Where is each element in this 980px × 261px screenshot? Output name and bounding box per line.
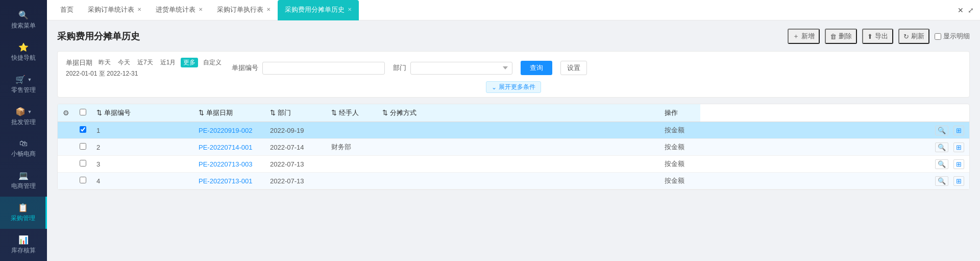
gear-icon[interactable]: ⚙ bbox=[63, 109, 69, 117]
close-icon[interactable]: ✕ bbox=[137, 7, 141, 12]
sidebar-item-mini-ecom[interactable]: 🛍 小畅电商 bbox=[0, 133, 47, 164]
sort-icon: ⇅ bbox=[331, 109, 337, 116]
row-dept bbox=[326, 156, 377, 173]
doc-no-link[interactable]: PE-20220919-002 bbox=[199, 127, 253, 134]
expand-more-button[interactable]: ⌄ 展开更多条件 bbox=[486, 81, 541, 93]
delete-icon: 🗑 bbox=[830, 33, 837, 40]
close-icon[interactable]: ✕ bbox=[199, 7, 203, 12]
tab-purchase-order-exec[interactable]: 采购订单执行表 ✕ bbox=[210, 0, 278, 20]
sidebar-item-purchase-mgmt[interactable]: 📋 采购管理 bbox=[0, 197, 47, 229]
sidebar-item-ecom-mgmt[interactable]: 💻 电商管理 bbox=[0, 164, 47, 197]
table-body: 1 PE-20220919-002 2022-09-19 按金额 🔍 ⊞ 2 P… bbox=[58, 122, 969, 189]
doc-no-link[interactable]: PE-20220713-001 bbox=[199, 177, 253, 185]
refresh-label: 刷新 bbox=[911, 32, 924, 41]
export-button[interactable]: ⬆ 导出 bbox=[862, 29, 893, 44]
retail-icon: 🛒 bbox=[15, 75, 26, 84]
sidebar-item-quick-nav[interactable]: ⭐ 快捷导航 bbox=[0, 36, 47, 68]
row-checkbox-cell bbox=[75, 139, 91, 156]
row-split-method: 按金额 bbox=[659, 139, 700, 156]
tab-home[interactable]: 首页 bbox=[53, 0, 81, 20]
row-num: 1 bbox=[91, 122, 193, 139]
row-num: 3 bbox=[91, 156, 193, 173]
display-columns-label: 显示明细 bbox=[943, 32, 970, 41]
row-checkbox[interactable] bbox=[80, 126, 86, 133]
dept-select[interactable] bbox=[410, 62, 512, 75]
col-dept-header: ⇅ 部门 bbox=[265, 104, 326, 122]
tab-purchase-order-stats[interactable]: 采购订单统计表 ✕ bbox=[81, 0, 149, 20]
detail-icon[interactable]: ⊞ bbox=[953, 159, 964, 169]
date-opt-7days[interactable]: 近7天 bbox=[135, 58, 155, 67]
tab-label: 采购订单执行表 bbox=[217, 5, 263, 14]
close-icon[interactable]: ✕ bbox=[266, 7, 271, 12]
date-range-display: 2022-01-01 至 2022-12-31 bbox=[66, 69, 224, 78]
date-opt-more[interactable]: 更多 bbox=[181, 58, 198, 67]
close-icon[interactable]: ✕ bbox=[348, 7, 352, 12]
row-num: 2 bbox=[91, 139, 193, 156]
tab-bar: 首页 采购订单统计表 ✕ 进货单统计表 ✕ 采购订单执行表 ✕ 采购费用分摊单历… bbox=[47, 0, 980, 20]
table-row: 3 PE-20220713-003 2022-07-13 按金额 🔍 ⊞ bbox=[58, 156, 969, 173]
row-gear-cell bbox=[58, 122, 75, 139]
table-row: 1 PE-20220919-002 2022-09-19 按金额 🔍 ⊞ bbox=[58, 122, 969, 139]
tab-incoming-stats[interactable]: 进货单统计表 ✕ bbox=[149, 0, 210, 20]
sort-icon: ⇅ bbox=[96, 109, 102, 116]
row-dept bbox=[326, 173, 377, 189]
table-row: 2 PE-20220714-001 2022-07-14 财务部 按金额 🔍 ⊞ bbox=[58, 139, 969, 156]
detail-icon[interactable]: ⊞ bbox=[953, 143, 964, 152]
row-doc-no: PE-20220919-002 bbox=[193, 122, 265, 139]
inventory-icon: 📊 bbox=[18, 235, 29, 245]
row-checkbox[interactable] bbox=[80, 143, 86, 150]
sidebar-item-label: 快捷导航 bbox=[11, 54, 36, 62]
query-button[interactable]: 查询 bbox=[521, 61, 552, 75]
sidebar-item-label: 零售管理 bbox=[11, 86, 36, 94]
row-dept: 财务部 bbox=[326, 139, 377, 156]
sidebar-item-inventory[interactable]: 📊 库存核算 bbox=[0, 229, 47, 261]
tab-bar-right: ✕ ⤢ bbox=[958, 6, 974, 14]
sort-icon: ⇅ bbox=[270, 109, 276, 116]
row-gear-cell bbox=[58, 173, 75, 189]
page-header: 采购费用分摊单历史 ＋ 新增 🗑 删除 ⬆ 导出 ↻ 刷新 bbox=[57, 29, 970, 44]
close-all-tabs-icon[interactable]: ✕ bbox=[958, 6, 964, 14]
doc-no-link[interactable]: PE-20220714-001 bbox=[199, 144, 253, 151]
row-checkbox-cell bbox=[75, 156, 91, 173]
row-checkbox[interactable] bbox=[80, 177, 86, 183]
refresh-button[interactable]: ↻ 刷新 bbox=[898, 29, 929, 44]
add-button[interactable]: ＋ 新增 bbox=[788, 29, 820, 44]
filter-row: 单据日期 昨天 今天 近7天 近1月 更多 自定义 2022-01-01 至 2… bbox=[66, 58, 961, 78]
view-icon[interactable]: 🔍 bbox=[935, 143, 948, 152]
add-label: 新增 bbox=[801, 32, 815, 41]
sidebar: 🔍 搜索菜单 ⭐ 快捷导航 🛒 ▼ 零售管理 📦 ▼ 批发管理 🛍 小畅电商 💻… bbox=[0, 0, 47, 261]
row-gear-cell bbox=[58, 156, 75, 173]
view-icon[interactable]: 🔍 bbox=[935, 176, 948, 186]
display-columns-input[interactable] bbox=[935, 33, 941, 40]
dept-label: 部门 bbox=[393, 63, 406, 73]
sidebar-item-retail-mgmt[interactable]: 🛒 ▼ 零售管理 bbox=[0, 68, 47, 101]
page-title: 采购费用分摊单历史 bbox=[57, 30, 140, 42]
settings-button[interactable]: 设置 bbox=[560, 61, 587, 75]
date-filter-group: 单据日期 昨天 今天 近7天 近1月 更多 自定义 2022-01-01 至 2… bbox=[66, 58, 224, 78]
date-options: 昨天 今天 近7天 近1月 更多 自定义 bbox=[96, 58, 224, 67]
row-doc-no: PE-20220714-001 bbox=[193, 139, 265, 156]
page-content: 采购费用分摊单历史 ＋ 新增 🗑 删除 ⬆ 导出 ↻ 刷新 bbox=[47, 20, 980, 261]
tab-purchase-cost-history[interactable]: 采购费用分摊单历史 ✕ bbox=[278, 0, 359, 20]
view-icon[interactable]: 🔍 bbox=[935, 126, 948, 135]
row-doc-date: 2022-09-19 bbox=[265, 122, 326, 139]
view-icon[interactable]: 🔍 bbox=[935, 159, 948, 169]
display-columns-checkbox[interactable]: 显示明细 bbox=[935, 32, 970, 41]
date-opt-custom[interactable]: 自定义 bbox=[201, 58, 224, 67]
select-all-checkbox[interactable] bbox=[80, 109, 86, 115]
date-opt-yesterday[interactable]: 昨天 bbox=[96, 58, 113, 67]
col-gear: ⚙ bbox=[58, 104, 75, 122]
detail-icon[interactable]: ⊞ bbox=[953, 126, 964, 135]
delete-button[interactable]: 🗑 删除 bbox=[825, 29, 857, 44]
doc-no-link[interactable]: PE-20220713-003 bbox=[199, 160, 253, 168]
wholesale-icon: 📦 bbox=[15, 107, 26, 116]
expand-window-icon[interactable]: ⤢ bbox=[968, 6, 974, 14]
date-opt-today[interactable]: 今天 bbox=[116, 58, 132, 67]
sidebar-item-wholesale-mgmt[interactable]: 📦 ▼ 批发管理 bbox=[0, 101, 47, 133]
export-label: 导出 bbox=[875, 32, 888, 41]
sidebar-item-search-menu[interactable]: 🔍 搜索菜单 bbox=[0, 4, 47, 36]
doc-no-input[interactable] bbox=[262, 62, 385, 75]
detail-icon[interactable]: ⊞ bbox=[953, 176, 964, 186]
date-opt-1month[interactable]: 近1月 bbox=[158, 58, 178, 67]
row-checkbox[interactable] bbox=[80, 160, 86, 167]
